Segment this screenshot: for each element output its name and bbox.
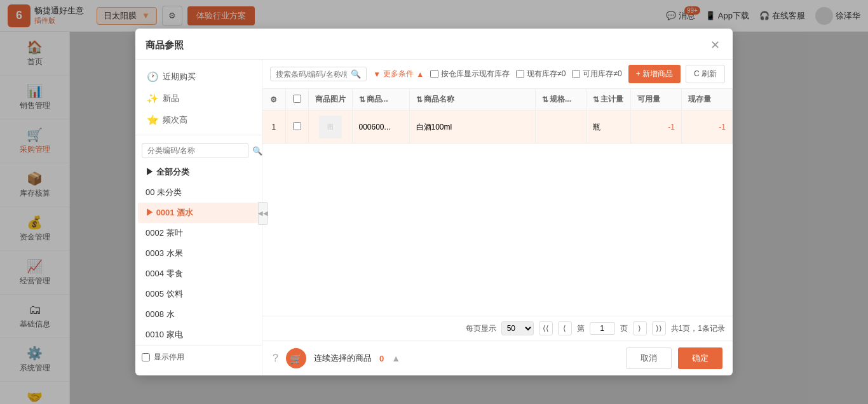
select-all-checkbox[interactable] — [293, 95, 301, 103]
clock-icon: 🕐 — [147, 71, 159, 83]
category-item-appliance[interactable]: 0010 家电 — [138, 325, 259, 345]
pagination: 每页显示 50 10 20 100 ⟨⟨ ⟨ 第 页 ⟩ ⟩⟩ 共1页，1条记录 — [262, 316, 733, 340]
filter-by-warehouse-checkbox[interactable] — [430, 70, 438, 78]
filter-avail-nonzero-label[interactable]: 可用库存≠0 — [572, 69, 621, 79]
tab-new-products[interactable]: ✨ 新品 — [140, 88, 257, 109]
cart-icon[interactable]: 🛒 — [286, 348, 306, 368]
left-tabs: 🕐 近期购买 ✨ 新品 ⭐ 频次高 — [135, 66, 262, 131]
display-disabled-row: 显示停用 — [135, 345, 262, 369]
row-unit: 瓶 — [587, 111, 631, 144]
more-filter-button[interactable]: ▼ 更多条件 ▲ — [373, 69, 424, 79]
row-checkbox[interactable] — [293, 122, 301, 130]
confirm-button[interactable]: 确定 — [678, 347, 722, 369]
page-prev-button[interactable]: ⟨ — [558, 321, 572, 335]
modal-title: 商品参照 — [146, 39, 184, 51]
product-search-wrap: 🔍 — [270, 67, 367, 81]
page-unit: 页 — [620, 323, 628, 334]
table-row[interactable]: 1 图 000600... 白酒100ml 瓶 -1 -1 — [262, 111, 733, 144]
filter-stock-nonzero-checkbox[interactable] — [516, 70, 524, 78]
add-product-button[interactable]: + 新增商品 — [628, 65, 681, 83]
category-item-snack[interactable]: 0004 零食 — [138, 264, 259, 284]
th-settings[interactable]: ⚙ — [262, 89, 285, 111]
row-check[interactable] — [285, 111, 308, 144]
tab-new-label: 新品 — [163, 93, 179, 104]
th-check[interactable] — [285, 89, 308, 111]
tab-frequent[interactable]: ⭐ 频次高 — [140, 109, 257, 131]
tab-frequent-label: 频次高 — [163, 114, 187, 126]
cancel-button[interactable]: 取消 — [626, 347, 672, 369]
footer-actions: 取消 确定 — [626, 347, 722, 369]
modal-body: 🕐 近期购买 ✨ 新品 ⭐ 频次高 🔍 — [135, 60, 733, 375]
page-next-button[interactable]: ⟩ — [633, 321, 647, 335]
selected-count: 0 — [379, 354, 384, 363]
product-table-wrap: ⚙ 商品图片 ⇅商品... ⇅商品名称 — [262, 89, 733, 316]
category-list: ▶ 全部分类 00 未分类 ▶ 0001 酒水 0002 茶叶 0003 水果 — [135, 162, 262, 345]
th-unit[interactable]: ⇅主计量 — [587, 89, 631, 111]
row-avail: -1 — [631, 111, 682, 144]
product-image-placeholder: 图 — [319, 116, 342, 138]
expand-icon[interactable]: ▲ — [391, 353, 400, 363]
product-table: ⚙ 商品图片 ⇅商品... ⇅商品名称 — [262, 89, 733, 144]
row-stock: -1 — [682, 111, 733, 144]
modal-right-panel: 🔍 ▼ 更多条件 ▲ 按仓库显示现有库存 现有库存≠0 — [262, 60, 733, 375]
modal-header: 商品参照 ✕ — [135, 29, 733, 60]
category-item-all[interactable]: ▶ 全部分类 — [138, 162, 259, 182]
page-last-button[interactable]: ⟩⟩ — [652, 321, 666, 335]
row-name: 白酒100ml — [409, 111, 536, 144]
filter-icon: ▼ — [373, 70, 381, 79]
category-item-water[interactable]: 0008 水 — [138, 304, 259, 325]
table-header-row: ⚙ 商品图片 ⇅商品... ⇅商品名称 — [262, 89, 733, 111]
display-disabled-checkbox[interactable] — [142, 353, 150, 361]
row-code: 000600... — [352, 111, 409, 144]
category-item-liquor[interactable]: ▶ 0001 酒水 — [138, 203, 259, 223]
category-item-drink[interactable]: 0005 饮料 — [138, 284, 259, 304]
th-avail[interactable]: 可用量 — [631, 89, 682, 111]
page-label: 第 — [577, 323, 585, 334]
tab-recent-purchase[interactable]: 🕐 近期购买 — [140, 66, 257, 88]
row-img: 图 — [308, 111, 352, 144]
modal-footer: ? 🛒 连续选择的商品 0 ▲ 取消 确定 — [262, 340, 733, 375]
toolbar-actions: + 新增商品 C 刷新 — [628, 65, 725, 83]
filter-by-warehouse-label[interactable]: 按仓库显示现有库存 — [430, 69, 510, 79]
page-total: 共1页，1条记录 — [671, 323, 725, 334]
modal-overlay: 商品参照 ✕ 🕐 近期购买 ✨ 新品 ⭐ 频次高 — [0, 0, 868, 404]
category-item-fruit[interactable]: 0003 水果 — [138, 243, 259, 264]
filter-stock-nonzero-label[interactable]: 现有库存≠0 — [516, 69, 566, 79]
display-disabled-label: 显示停用 — [154, 352, 184, 363]
category-search-icon[interactable]: 🔍 — [252, 146, 262, 156]
th-spec[interactable]: ⇅规格... — [536, 89, 587, 111]
new-icon: ✨ — [147, 93, 159, 104]
category-search-input[interactable] — [142, 143, 248, 158]
left-divider — [135, 135, 262, 135]
page-number-input[interactable] — [590, 322, 615, 335]
modal-left-panel: 🕐 近期购买 ✨ 新品 ⭐ 频次高 🔍 — [135, 60, 262, 375]
per-page-select[interactable]: 50 10 20 100 — [501, 321, 534, 335]
th-stock[interactable]: 现存量 — [682, 89, 733, 111]
sort-icon3: ⇅ — [542, 95, 548, 104]
modal-toolbar: 🔍 ▼ 更多条件 ▲ 按仓库显示现有库存 现有库存≠0 — [262, 60, 733, 89]
row-num: 1 — [262, 111, 285, 144]
category-search-row: 🔍 — [135, 139, 262, 162]
row-spec — [536, 111, 587, 144]
th-image: 商品图片 — [308, 89, 352, 111]
filter-avail-nonzero-checkbox[interactable] — [572, 70, 580, 78]
chevron-up-icon: ▲ — [416, 70, 424, 79]
selected-label: 连续选择的商品 — [314, 353, 372, 364]
refresh-button[interactable]: C 刷新 — [686, 65, 725, 83]
left-panel-collapse-button[interactable]: ◀◀ — [258, 202, 268, 225]
th-code[interactable]: ⇅商品... — [352, 89, 409, 111]
product-reference-modal: 商品参照 ✕ 🕐 近期购买 ✨ 新品 ⭐ 频次高 — [135, 29, 733, 375]
product-search-input[interactable] — [276, 70, 347, 79]
per-page-label: 每页显示 — [466, 323, 496, 334]
category-item-unclassified[interactable]: 00 未分类 — [138, 182, 259, 203]
search-icon: 🔍 — [351, 69, 361, 79]
th-name[interactable]: ⇅商品名称 — [409, 89, 536, 111]
sort-icon: ⇅ — [359, 95, 365, 104]
modal-close-button[interactable]: ✕ — [707, 37, 722, 53]
category-item-tea[interactable]: 0002 茶叶 — [138, 223, 259, 243]
tab-recent-label: 近期购买 — [163, 71, 196, 83]
sort-icon2: ⇅ — [416, 95, 423, 104]
sort-icon4: ⇅ — [593, 95, 599, 104]
help-icon[interactable]: ? — [273, 353, 278, 364]
page-first-button[interactable]: ⟨⟨ — [539, 321, 553, 335]
